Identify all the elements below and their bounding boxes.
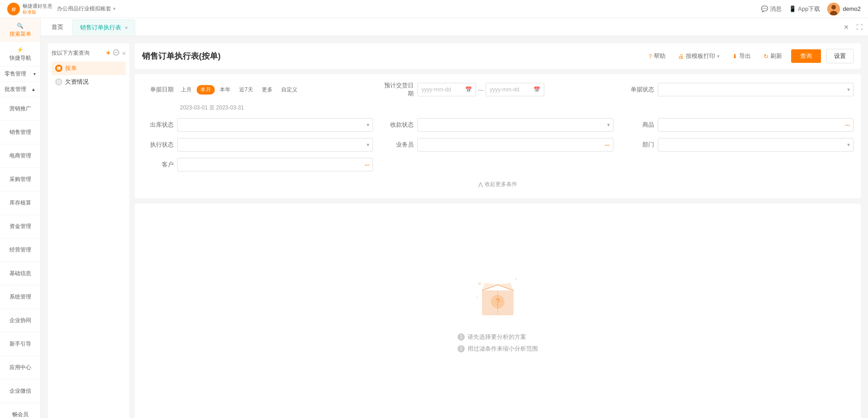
query-button[interactable]: 查询 [791, 49, 821, 63]
wechat-label: 企业微信 [9, 388, 31, 394]
header-left: 好 畅捷通好生意 标准版 办公用品行业模拟账套 ▾ [7, 3, 116, 15]
finance-label: 资金管理 [9, 223, 31, 229]
left-panel-actions: + « [106, 49, 126, 57]
scheme-andon-label: 按单 [65, 64, 77, 72]
sidebar-item-wholesale[interactable]: 批发管理 ▲ [0, 82, 40, 97]
filter-section: 单据日期 上月 本月 本年 近7天 更多 自定义 [135, 74, 861, 198]
sidebar-item-basic[interactable]: 基础信息 [0, 262, 40, 285]
date-tab-custom[interactable]: 自定义 [278, 85, 301, 95]
filter-goods: 商品 ··· [623, 118, 854, 132]
export-button[interactable]: ⬇ 导出 [729, 50, 755, 62]
app-download-button[interactable]: 📱 App下载 [789, 5, 820, 13]
message-button[interactable]: 💬 消息 [761, 5, 782, 13]
svg-text:?: ? [495, 297, 500, 306]
retail-label: 零售管理 [5, 70, 26, 78]
company-name: 办公用品行业模拟账套 [57, 5, 111, 13]
quicknav-icon: ⚡ [17, 47, 24, 53]
enterprise-label: 企业协同 [9, 317, 31, 323]
sidebar-item-member[interactable]: 畅会员 [0, 403, 40, 418]
date-range-text: 2023-03-01 至 2023-03-31 [180, 104, 244, 112]
sidebar-item-appstore[interactable]: 应用中心 [0, 356, 40, 380]
date-tabs-group: 上月 本月 本年 近7天 更多 自定义 [177, 85, 301, 95]
collection-status-select[interactable] [417, 118, 613, 132]
tab-bar: 首页 销售订单执行表 × ✕ ⛶ [41, 18, 868, 36]
sidebar-item-wechat[interactable]: 企业微信 [0, 380, 40, 403]
settings-button[interactable]: 设置 [826, 49, 854, 63]
inventory-label: 库存核算 [9, 200, 31, 206]
purchase-label: 采购管理 [9, 176, 31, 182]
tab-maximize-icon[interactable]: ⛶ [854, 22, 864, 33]
date-control: 上月 本月 本年 近7天 更多 自定义 [177, 85, 373, 95]
delivery-status-select[interactable] [177, 118, 373, 132]
scheme-item-andon[interactable]: 按单 [52, 62, 126, 75]
salesperson-input[interactable] [417, 138, 613, 152]
avatar [827, 3, 840, 15]
dept-select[interactable] [658, 138, 854, 152]
operations-label: 经营管理 [9, 247, 31, 253]
collapse-filters-button[interactable]: ⋀ 收起更多条件 [142, 178, 854, 191]
sidebar-item-system[interactable]: 系统管理 [0, 285, 40, 309]
customer-dots-btn[interactable]: ··· [364, 162, 369, 168]
main-layout: 🔍 搜索菜单 ⚡ 快捷导航 零售管理 ▾ 批发管理 ▲ 营销推广 销售管理 电商… [0, 18, 868, 418]
sidebar-item-quicknav[interactable]: ⚡ 快捷导航 [0, 42, 40, 66]
date-tab-7days[interactable]: 近7天 [236, 85, 257, 95]
sidebar-item-search[interactable]: 🔍 搜索菜单 [0, 18, 40, 42]
expected-date-from[interactable]: yyyy-mm-dd 📅 [417, 83, 476, 96]
sidebar-item-marketing[interactable]: 营销推广 [0, 97, 40, 121]
sidebar-item-purchase[interactable]: 采购管理 [0, 168, 40, 191]
status-label: 单据状态 [623, 86, 654, 94]
customer-label: 客户 [142, 161, 174, 169]
goods-dots-btn[interactable]: ··· [845, 122, 850, 128]
status-select[interactable] [658, 83, 854, 96]
date-tab-thisyear[interactable]: 本年 [216, 85, 234, 95]
help-button[interactable]: ? 帮助 [645, 50, 669, 62]
sidebar-item-ecommerce[interactable]: 电商管理 [0, 144, 40, 168]
newbie-label: 新手引导 [9, 341, 31, 347]
placeholder-1 [382, 158, 613, 171]
export-label: 导出 [739, 52, 751, 60]
print-icon: 🖨 [678, 53, 684, 60]
date-tab-more[interactable]: 更多 [258, 85, 276, 95]
tab-close-window-icon[interactable]: ✕ [842, 22, 851, 33]
salesperson-dots-btn[interactable]: ··· [605, 142, 610, 148]
svg-point-3 [831, 5, 836, 10]
user-avatar-area[interactable]: demo2 [827, 3, 861, 15]
sidebar-item-operations[interactable]: 经营管理 [0, 238, 40, 262]
goods-input[interactable] [658, 118, 854, 132]
sidebar-item-newbie[interactable]: 新手引导 [0, 332, 40, 356]
svg-point-9 [57, 81, 60, 83]
tab-sales-order[interactable]: 销售订单执行表 × [72, 19, 135, 35]
empty-icon: ? [471, 270, 525, 324]
sidebar-item-enterprise[interactable]: 企业协同 [0, 309, 40, 332]
filter-exec-status: 执行状态 [142, 138, 373, 152]
sidebar-search-label: 搜索菜单 [9, 31, 31, 37]
tab-close-icon[interactable]: × [125, 25, 127, 30]
sidebar-item-finance[interactable]: 资金管理 [0, 215, 40, 238]
tab-home[interactable]: 首页 [44, 19, 71, 35]
scheme-item-qiankuan[interactable]: 欠资情况 [52, 75, 126, 89]
sales-label: 销售管理 [9, 129, 31, 135]
date-tab-thismonth[interactable]: 本月 [197, 85, 215, 95]
print-label: 按模板打印 [686, 52, 715, 60]
add-scheme-button[interactable]: + [106, 49, 110, 57]
filter-row-3: 执行状态 业务员 ··· [142, 138, 854, 152]
date-label: 单据日期 [142, 86, 174, 94]
delivery-label: 出库状态 [142, 121, 174, 129]
empty-tip-2: 2 用过滤条件来缩小分析范围 [458, 345, 538, 353]
customer-input[interactable] [177, 158, 373, 171]
sidebar-item-inventory[interactable]: 库存核算 [0, 191, 40, 215]
refresh-button[interactable]: ↻ 刷新 [760, 50, 786, 62]
svg-point-14 [478, 282, 481, 285]
sidebar-item-retail[interactable]: 零售管理 ▾ [0, 66, 40, 82]
exec-status-select[interactable] [177, 138, 373, 152]
company-dropdown-icon: ▾ [113, 6, 116, 12]
expected-date-to[interactable]: yyyy-mm-dd 📅 [486, 83, 544, 96]
ecommerce-label: 电商管理 [9, 152, 31, 159]
sidebar-item-sales[interactable]: 销售管理 [0, 121, 40, 144]
date-tab-lastmonth[interactable]: 上月 [177, 85, 195, 95]
collapse-up-icon: ⋀ [478, 181, 483, 188]
print-button[interactable]: 🖨 按模板打印 ▾ [675, 50, 723, 62]
collapse-panel-button[interactable]: « [122, 49, 126, 57]
edit-scheme-button[interactable] [113, 49, 119, 57]
company-selector[interactable]: 办公用品行业模拟账套 ▾ [57, 5, 116, 13]
